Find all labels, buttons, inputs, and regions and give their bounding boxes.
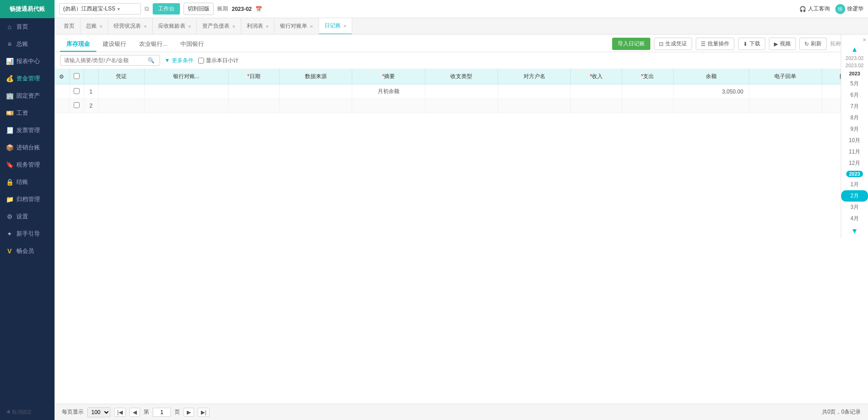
purchase-icon: 📦 bbox=[5, 144, 14, 151]
sidebar-item-report[interactable]: 📊 报表中心 bbox=[0, 53, 55, 70]
month-12[interactable]: 12月 bbox=[841, 158, 868, 169]
year-label-2023-active: 2023 bbox=[846, 171, 863, 177]
gen-voucher-button[interactable]: ⊡ 生成凭证 bbox=[654, 38, 692, 50]
tab-profit[interactable]: 利润表 × bbox=[241, 18, 274, 35]
download-button[interactable]: ⬇ 下载 bbox=[738, 38, 765, 50]
old-version-button[interactable]: 切到旧版 bbox=[184, 3, 214, 15]
search-input-wrapper[interactable]: 🔍 bbox=[60, 55, 160, 66]
page-input[interactable] bbox=[153, 408, 171, 417]
col-ereceipt: 电子回单 bbox=[749, 69, 822, 84]
member-icon: V bbox=[5, 247, 14, 255]
sidebar-item-home[interactable]: ⌂ 首页 bbox=[0, 18, 55, 35]
tab-home[interactable]: 首页 bbox=[58, 18, 80, 35]
company-selector[interactable]: (勿易）江西超宝-LSS ▾ bbox=[59, 3, 141, 15]
tab-close-assets-liab[interactable]: × bbox=[232, 24, 235, 29]
month-10[interactable]: 10月 bbox=[841, 135, 868, 146]
sidebar-item-fixed-assets[interactable]: 🏢 固定资产 bbox=[0, 87, 55, 104]
select-all-checkbox[interactable] bbox=[74, 73, 80, 79]
show-daily-total-checkbox[interactable] bbox=[198, 58, 204, 64]
month-3[interactable]: 3月 bbox=[841, 202, 868, 213]
tab-ledger[interactable]: 总账 × bbox=[80, 18, 108, 35]
row1-income-type bbox=[425, 84, 498, 99]
row2-checkbox[interactable] bbox=[69, 99, 84, 113]
month-5[interactable]: 5月 bbox=[841, 78, 868, 89]
archive-icon: 📁 bbox=[5, 196, 14, 203]
tab-assets-liab[interactable]: 资产负债表 × bbox=[197, 18, 241, 35]
sidebar-item-settings[interactable]: ⚙ 设置 bbox=[0, 208, 55, 225]
row1-checkbox[interactable] bbox=[69, 84, 84, 99]
sidebar-item-invoice[interactable]: 🧾 发票管理 bbox=[0, 122, 55, 139]
sidebar-item-purchase[interactable]: 📦 进销台账 bbox=[0, 139, 55, 156]
sub-tab-boc[interactable]: 中国银行 bbox=[174, 37, 210, 52]
month-6[interactable]: 6月 bbox=[841, 89, 868, 101]
sidebar-item-close-books[interactable]: 🔒 结账 bbox=[0, 173, 55, 191]
headset-icon: 🎧 bbox=[799, 6, 806, 12]
month-9[interactable]: 9月 bbox=[841, 124, 868, 135]
copy-icon[interactable]: ⧉ bbox=[145, 5, 149, 13]
tab-biz-status[interactable]: 经营状况表 × bbox=[108, 18, 152, 35]
search-input[interactable] bbox=[64, 57, 146, 64]
refresh-button[interactable]: ↻ 刷新 bbox=[799, 38, 827, 50]
sub-tab-ccb[interactable]: 建设银行 bbox=[96, 37, 133, 52]
row1-income bbox=[571, 84, 622, 99]
sidebar-item-archive[interactable]: 📁 归档管理 bbox=[0, 191, 55, 208]
tab-close-receivable[interactable]: × bbox=[188, 24, 191, 29]
row1-balance: 3,050.00 bbox=[673, 84, 749, 99]
sidebar-item-member[interactable]: V 畅会员 bbox=[0, 242, 55, 260]
date-panel-up-btn[interactable]: ▲ bbox=[841, 44, 868, 54]
month-2[interactable]: 2月 bbox=[841, 190, 868, 202]
row2-income bbox=[571, 99, 622, 113]
show-daily-total-label[interactable]: 显示本日小计 bbox=[198, 57, 239, 64]
row2-num: 2 bbox=[84, 99, 98, 113]
sidebar-item-label: 结账 bbox=[16, 178, 28, 186]
workspace-button[interactable]: 工作台 bbox=[153, 3, 180, 15]
user-profile[interactable]: 徐 徐逻华 bbox=[835, 4, 863, 14]
page-unit: 页 bbox=[175, 408, 180, 416]
batch-op-button[interactable]: ☰ 批量操作 bbox=[696, 38, 734, 50]
sub-tab-abc[interactable]: 农业银行... bbox=[133, 37, 174, 52]
date-panel-down-btn[interactable]: ▼ bbox=[841, 226, 868, 236]
tab-bank-reconcile[interactable]: 银行对账单 × bbox=[274, 18, 319, 35]
col-data-source: 数据来源 bbox=[279, 69, 352, 84]
tab-close-bank-reconcile[interactable]: × bbox=[310, 24, 313, 29]
month-4[interactable]: 4月 bbox=[841, 213, 868, 224]
col-summary: *摘要 bbox=[352, 69, 425, 84]
tab-close-profit[interactable]: × bbox=[266, 24, 269, 29]
row2-balance bbox=[673, 99, 749, 113]
sidebar-item-salary[interactable]: 💴 工资 bbox=[0, 104, 55, 122]
sidebar-item-guide[interactable]: ✦ 新手引导 bbox=[0, 225, 55, 242]
import-journal-button[interactable]: 导入日记账 bbox=[612, 38, 650, 50]
tab-journal[interactable]: 日记账 × bbox=[319, 18, 352, 35]
home-icon: ⌂ bbox=[5, 23, 14, 30]
search-icon[interactable]: 🔍 bbox=[148, 57, 155, 64]
date-panel: × ▲ 2023.02 2023.02 2023 5月 6月 7月 8月 9月 … bbox=[841, 35, 868, 238]
last-page-button[interactable]: ▶| bbox=[198, 408, 210, 417]
month-8[interactable]: 8月 bbox=[841, 112, 868, 124]
row1-summary: 月初余额 bbox=[352, 84, 425, 99]
month-7[interactable]: 7月 bbox=[841, 101, 868, 112]
video-button[interactable]: ▶ 视频 bbox=[769, 38, 796, 50]
sidebar-item-fund[interactable]: 💰 资金管理 bbox=[0, 70, 55, 87]
col-settings[interactable]: ⚙ bbox=[55, 69, 69, 84]
tab-close-biz-status[interactable]: × bbox=[144, 24, 146, 29]
month-1[interactable]: 1月 bbox=[841, 179, 868, 190]
date-panel-close-btn[interactable]: × bbox=[863, 36, 866, 43]
sub-tab-cash[interactable]: 库存现金 bbox=[60, 37, 96, 52]
tab-close-journal[interactable]: × bbox=[344, 23, 346, 29]
month-11[interactable]: 11月 bbox=[841, 146, 868, 158]
sidebar-item-tax[interactable]: 🔖 税务管理 bbox=[0, 156, 55, 173]
next-page-button[interactable]: ▶ bbox=[184, 408, 194, 417]
sidebar-collapse-btn[interactable]: ◀ 取消固定 bbox=[0, 404, 55, 420]
topbar: (勿易）江西超宝-LSS ▾ ⧉ 工作台 切到旧版 账期 2023-02 📅 🎧… bbox=[55, 0, 868, 18]
support-btn[interactable]: 🎧 人工客询 bbox=[799, 5, 830, 13]
tab-receivable[interactable]: 应收账龄表 × bbox=[153, 18, 197, 35]
sidebar-item-ledger[interactable]: ≡ 总账 bbox=[0, 35, 55, 53]
first-page-button[interactable]: |◀ bbox=[114, 408, 126, 417]
tab-close-ledger[interactable]: × bbox=[100, 24, 102, 29]
per-page-select[interactable]: 100 50 200 bbox=[87, 407, 110, 417]
row2-date bbox=[228, 99, 279, 113]
calendar-icon[interactable]: 📅 bbox=[255, 6, 262, 12]
prev-page-button[interactable]: ◀ bbox=[130, 408, 140, 417]
more-conditions-btn[interactable]: ▼ 更多条件 bbox=[165, 57, 194, 64]
row1-ereceipt bbox=[749, 84, 822, 99]
